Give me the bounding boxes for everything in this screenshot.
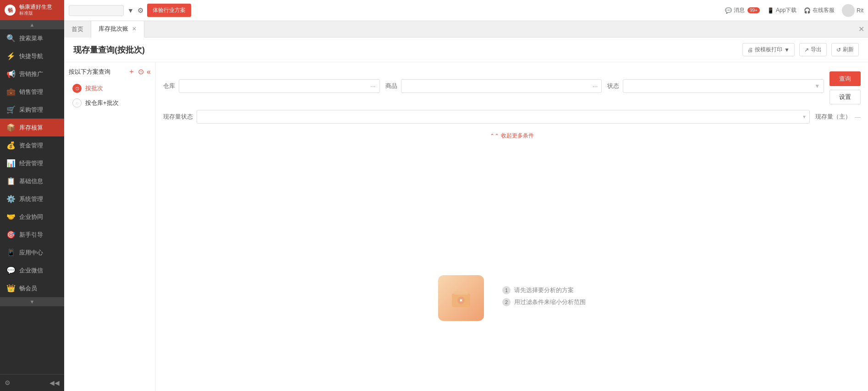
query-btn[interactable]: 查询 — [830, 71, 861, 86]
topbar-right: 💬 消息 99+ 📱 App下载 🎧 在线客服 Rit — [725, 4, 863, 17]
collapse-filter-btn[interactable]: « — [147, 67, 151, 76]
sidebar-item-enterprise[interactable]: 🤝 企业协同 — [0, 208, 64, 226]
message-badge: 99+ — [747, 7, 760, 13]
user-profile-btn[interactable]: Rit — [842, 4, 863, 17]
topbar-gear-btn[interactable]: ⚙ — [137, 6, 143, 15]
sidebar-scroll-down[interactable]: ▼ — [0, 297, 64, 306]
inventory-icon: 📦 — [6, 123, 16, 132]
sidebar-item-sales[interactable]: 💼 销售管理 — [0, 83, 64, 101]
stock-status-label: 现存量状态 — [163, 113, 193, 121]
scheme-warehouse-batch-icon: ○ — [72, 98, 82, 108]
scheme-item-warehouse-batch[interactable]: ○ 按仓库+批次 — [69, 96, 151, 110]
experience-btn[interactable]: 体验行业方案 — [147, 4, 191, 17]
stock-status-arrow: ▾ — [803, 114, 806, 120]
sidebar-item-enterprise-label: 企业协同 — [19, 213, 43, 221]
headset-icon: 🎧 — [804, 7, 811, 14]
template-print-btn[interactable]: 🖨 按模板打印 ▼ — [742, 43, 795, 56]
topbar-search-input[interactable] — [69, 5, 124, 16]
sidebar-brand: 畅康通好生意 标准版 — [19, 4, 52, 16]
sidebar-item-inventory-label: 库存核算 — [19, 124, 43, 132]
filter-sidebar-header: 按以下方案查询 ＋ ⊙ « — [69, 67, 151, 76]
product-more-btn[interactable]: ··· — [593, 82, 598, 90]
empty-illustration — [447, 284, 475, 312]
stock-status-select[interactable]: ▾ — [197, 110, 810, 124]
warehouse-more-btn[interactable]: ··· — [370, 82, 376, 90]
tab-close-btn[interactable]: ✕ — [132, 26, 137, 32]
settings-scheme-btn[interactable]: ⊙ — [138, 67, 144, 76]
warehouse-group: 仓库 ··· — [163, 79, 380, 93]
filter-row-1: 仓库 ··· 商品 ··· — [163, 68, 861, 104]
sidebar-item-shortcut[interactable]: ⚡ 快捷导航 — [0, 47, 64, 65]
marketing-icon: 📢 — [6, 70, 16, 78]
warehouse-input[interactable] — [183, 83, 370, 89]
sidebar-item-guide-label: 新手引导 — [19, 231, 43, 239]
scheme-item-batch[interactable]: ⊙ 按批次 — [69, 81, 151, 96]
purchase-icon: 🛒 — [6, 105, 16, 114]
sidebar-logo: 畅 — [5, 5, 16, 16]
sidebar-item-guide[interactable]: 🎯 新手引导 — [0, 226, 64, 244]
sidebar-item-system[interactable]: ⚙️ 系统管理 — [0, 190, 64, 208]
collapse-up-icon: ⌃⌃ — [490, 133, 499, 139]
warehouse-input-wrap[interactable]: ··· — [179, 79, 380, 93]
sidebar-item-basic-label: 基础信息 — [19, 177, 43, 185]
sidebar-title: 畅康通好生意 — [19, 4, 52, 10]
finance-icon: 💰 — [6, 141, 16, 150]
sidebar-item-finance[interactable]: 💰 资金管理 — [0, 136, 64, 154]
sidebar-item-sales-label: 销售管理 — [19, 88, 43, 96]
status-group: 状态 ▼ — [607, 79, 824, 93]
sidebar-item-wechat-label: 企业微信 — [19, 266, 43, 275]
sidebar-subtitle: 标准版 — [19, 10, 52, 16]
sidebar-item-member-label: 畅会员 — [19, 284, 37, 293]
add-scheme-btn[interactable]: ＋ — [128, 67, 135, 76]
sidebar-item-finance-label: 资金管理 — [19, 141, 43, 150]
filter-settings-btn[interactable]: 设置 — [830, 90, 861, 104]
sidebar-footer: ⚙ ◀◀ — [0, 374, 64, 391]
message-label: 消息 — [734, 6, 745, 14]
status-select-arrow: ▼ — [814, 83, 820, 89]
scheme-warehouse-batch-label: 按仓库+批次 — [85, 99, 119, 107]
sidebar-item-purchase[interactable]: 🛒 采购管理 — [0, 101, 64, 119]
enterprise-icon: 🤝 — [6, 212, 16, 221]
quantity-group: 现存量（主） — — [815, 113, 861, 121]
sidebar-item-appstore[interactable]: 📱 应用中心 — [0, 244, 64, 261]
export-btn[interactable]: ↗ 导出 — [799, 43, 827, 56]
refresh-btn[interactable]: ↺ 刷新 — [831, 43, 859, 56]
product-input[interactable] — [405, 83, 593, 89]
status-select[interactable]: ▼ — [623, 79, 824, 93]
sidebar-item-operations[interactable]: 📊 经营管理 — [0, 154, 64, 172]
topbar-dropdown-btn[interactable]: ▼ — [127, 7, 134, 14]
page-actions: 🖨 按模板打印 ▼ ↗ 导出 ↺ 刷新 — [742, 43, 859, 56]
message-btn[interactable]: 💬 消息 99+ — [725, 6, 760, 14]
sidebar-item-member[interactable]: 👑 畅会员 — [0, 279, 64, 297]
app-download-label: App下载 — [776, 6, 797, 14]
empty-state-content: 1 请先选择要分析的方案 2 用过滤条件来缩小分析范围 — [438, 275, 586, 321]
sidebar-item-search[interactable]: 🔍 搜索菜单 — [0, 29, 64, 47]
settings-footer-btn[interactable]: ⚙ — [5, 379, 11, 386]
product-input-wrap[interactable]: ··· — [401, 79, 602, 93]
sidebar-item-wechat[interactable]: 💬 企业微信 — [0, 261, 64, 279]
tab-batch-account[interactable]: 库存批次账 ✕ — [91, 21, 144, 38]
sidebar-item-basic[interactable]: 📋 基础信息 — [0, 172, 64, 190]
sidebar-scroll-up[interactable]: ▲ — [0, 20, 64, 29]
sidebar-item-shortcut-label: 快捷导航 — [19, 52, 43, 60]
sidebar-item-appstore-label: 应用中心 — [19, 249, 43, 257]
empty-step-1: 1 请先选择要分析的方案 — [502, 286, 586, 294]
stock-status-group: 现存量状态 ▾ — [163, 110, 810, 124]
filter-area: 按以下方案查询 ＋ ⊙ « ⊙ 按批次 ○ 按仓库+批次 — [64, 62, 868, 391]
sidebar-item-marketing[interactable]: 📢 营销推广 — [0, 65, 64, 83]
operations-icon: 📊 — [6, 159, 16, 168]
collapse-more-btn[interactable]: ⌃⌃ 收起更多条件 — [163, 128, 861, 143]
sidebar-item-marketing-label: 营销推广 — [19, 70, 43, 78]
app-download-btn[interactable]: 📱 App下载 — [767, 6, 797, 14]
quantity-dash: — — [855, 114, 861, 120]
collapse-sidebar-btn[interactable]: ◀◀ — [49, 379, 60, 386]
content: 现存量查询(按批次) 🖨 按模板打印 ▼ ↗ 导出 ↺ 刷新 — [64, 38, 868, 391]
tab-home-label: 首页 — [71, 25, 83, 33]
tabs-close-all-btn[interactable]: ✕ — [858, 25, 864, 33]
topbar: ▼ ⚙ 体验行业方案 💬 消息 99+ 📱 App下载 🎧 在线客服 Rit — [64, 0, 868, 21]
page-header: 现存量查询(按批次) 🖨 按模板打印 ▼ ↗ 导出 ↺ 刷新 — [64, 38, 868, 62]
sidebar-item-inventory[interactable]: 📦 库存核算 — [0, 119, 64, 136]
tabs: 首页 库存批次账 ✕ ✕ — [64, 21, 868, 38]
tab-home[interactable]: 首页 — [64, 21, 91, 38]
online-service-btn[interactable]: 🎧 在线客服 — [804, 6, 835, 14]
